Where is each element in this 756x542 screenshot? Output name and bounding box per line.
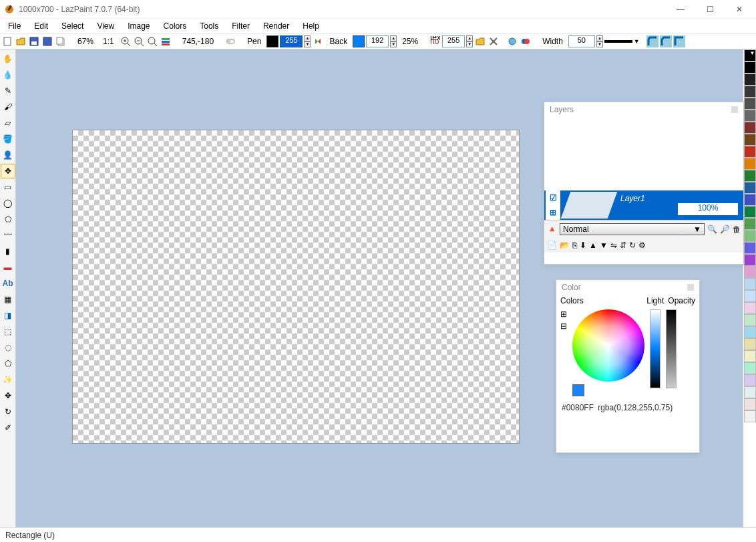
menu-colors[interactable]: Colors [157, 20, 194, 32]
saveas-icon[interactable] [41, 35, 53, 47]
lightness-slider[interactable] [650, 309, 660, 388]
pen-tool-icon[interactable]: ✎ [1, 84, 15, 98]
shape-mode1-icon[interactable] [506, 35, 518, 47]
swatch-3[interactable] [744, 98, 756, 110]
swatch-22[interactable] [744, 326, 756, 338]
swatch-13[interactable] [744, 218, 756, 230]
swatch-11[interactable] [744, 194, 756, 206]
sel-wand-icon[interactable]: ✨ [1, 372, 15, 387]
pen-alpha-input[interactable]: 255 [280, 35, 303, 47]
swatch-28[interactable] [744, 398, 756, 410]
swatch-10[interactable] [744, 182, 756, 194]
tex-clear-icon[interactable] [488, 35, 500, 47]
layer-name[interactable]: Layer1 [616, 194, 743, 203]
color-panel-close-icon[interactable] [687, 284, 694, 291]
menu-help[interactable]: Help [296, 20, 326, 32]
swatch-14[interactable] [744, 230, 756, 242]
line-dropdown-icon[interactable]: ▼ [634, 38, 640, 45]
current-color-swatch[interactable] [572, 384, 584, 396]
clone-tool-icon[interactable]: 👤 [1, 148, 15, 162]
canvas-viewport[interactable]: Layers ☑ ⊞ Layer1 100% 🔺 Normal▼ 🔍 🔎 🗑 [16, 49, 743, 527]
sel-poly-icon[interactable]: ⬠ [1, 356, 15, 371]
layer-open-icon[interactable]: 📂 [560, 241, 570, 250]
color-add-icon[interactable]: ⊞ [560, 309, 567, 319]
swatch-27[interactable] [744, 386, 756, 398]
save-icon[interactable] [28, 35, 40, 47]
swatch-8[interactable] [744, 158, 756, 170]
gradient-tool-icon[interactable]: ▮ [1, 244, 15, 259]
layer-down-icon[interactable]: ▼ [600, 241, 608, 250]
swatch-7[interactable] [744, 146, 756, 158]
join-bevel-icon[interactable] [660, 35, 672, 47]
layer-flipv-icon[interactable]: ⇵ [620, 241, 626, 250]
sel-rect-icon[interactable]: ⬚ [1, 324, 15, 339]
swatch-17[interactable] [744, 266, 756, 278]
swatch-15[interactable] [744, 242, 756, 254]
menu-edit[interactable]: Edit [27, 20, 55, 32]
swatch-12[interactable] [744, 206, 756, 218]
grid-icon[interactable] [160, 35, 172, 47]
layer-up-icon[interactable]: ▲ [589, 241, 597, 250]
width-input[interactable]: 50 [568, 35, 595, 47]
menu-image[interactable]: Image [121, 20, 156, 32]
menu-render[interactable]: Render [256, 20, 296, 32]
panel-close-icon[interactable] [731, 106, 738, 113]
close-button[interactable]: ✕ [731, 3, 748, 16]
back-color-swatch[interactable] [353, 35, 365, 47]
pen-alpha-spinner[interactable]: ▲▼ [304, 35, 311, 47]
deform-tool-icon[interactable]: ▦ [1, 292, 15, 307]
copy-icon[interactable] [55, 35, 67, 47]
swatch-29[interactable] [744, 410, 756, 422]
maximize-button[interactable]: ☐ [701, 3, 719, 16]
swatch-5[interactable] [744, 122, 756, 134]
join-round-icon[interactable] [646, 35, 658, 47]
no-tex-icon[interactable]: notex [429, 35, 441, 47]
swatch-23[interactable] [744, 338, 756, 350]
opacity-slider[interactable] [666, 309, 677, 388]
layer-opacity[interactable]: 100% [678, 203, 738, 215]
layer-fx-icon[interactable]: ⚙ [638, 241, 646, 250]
curve-tool-icon[interactable]: 〰 [1, 228, 15, 243]
zoom-fit-icon[interactable] [146, 35, 158, 47]
menu-select[interactable]: Select [55, 20, 90, 32]
layer-merge-icon[interactable]: ⬇ [580, 241, 586, 250]
pen-color-swatch[interactable] [266, 35, 278, 47]
menu-filter[interactable]: Filter [225, 20, 256, 32]
layer-visible-checkbox[interactable]: ☑ [546, 190, 560, 205]
select-tool-icon[interactable]: ✥ [1, 164, 15, 178]
swatch-menu-icon[interactable]: ▼ [744, 49, 756, 61]
sel-ellipse-icon[interactable]: ◌ [1, 340, 15, 355]
width-spinner[interactable]: ▲▼ [596, 35, 603, 47]
brush-tool-icon[interactable]: 🖌 [1, 100, 15, 114]
ellipse-tool-icon[interactable]: ◯ [1, 196, 15, 211]
swatch-0[interactable] [744, 61, 756, 74]
layer-new-icon[interactable]: 📄 [547, 241, 557, 250]
back-alpha-input[interactable]: 192 [366, 35, 389, 47]
zoom-out-icon[interactable] [133, 35, 145, 47]
sel-pen-icon[interactable]: ✐ [1, 420, 15, 435]
color-panel[interactable]: Color Colors Light Opacity ⊞ ⊟ #0080F [556, 279, 700, 453]
polygon-tool-icon[interactable]: ⬠ [1, 212, 15, 227]
back-opacity[interactable]: 25% [398, 37, 422, 46]
zoom-in-icon[interactable] [120, 35, 132, 47]
fill-tool-icon[interactable]: 🪣 [1, 132, 15, 146]
text-tool-icon[interactable]: Ab [1, 276, 15, 291]
join-miter-icon[interactable] [673, 35, 685, 47]
zoom-value[interactable]: 67% [73, 37, 98, 46]
zoom-ratio[interactable]: 1:1 [99, 37, 118, 46]
swatch-26[interactable] [744, 374, 756, 386]
tex-alpha-input[interactable]: 255 [442, 35, 465, 47]
menu-view[interactable]: View [90, 20, 121, 32]
sel-rotate-icon[interactable]: ↻ [1, 404, 15, 419]
layer-thumbnail[interactable] [561, 192, 618, 219]
swatch-18[interactable] [744, 278, 756, 290]
layer-dup-icon[interactable]: ⎘ [572, 241, 577, 250]
layer-lock-checkbox[interactable]: ⊞ [546, 205, 560, 220]
line-preview[interactable] [604, 40, 632, 43]
toggle-icon[interactable] [224, 35, 236, 47]
layers-panel[interactable]: Layers ☑ ⊞ Layer1 100% 🔺 Normal▼ 🔍 🔎 🗑 [544, 102, 744, 265]
eraser-tool-icon[interactable]: ▱ [1, 116, 15, 130]
swatch-9[interactable] [744, 170, 756, 182]
swap-colors-icon[interactable] [312, 35, 324, 47]
minimize-button[interactable]: — [672, 3, 689, 16]
